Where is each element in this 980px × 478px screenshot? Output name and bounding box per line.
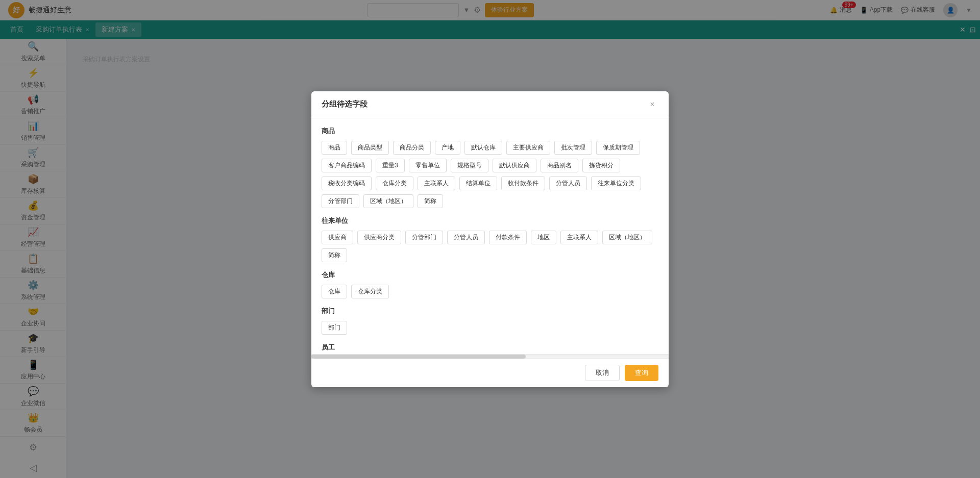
- modal-horizontal-scrollbar[interactable]: [311, 354, 669, 358]
- field-tag-dept[interactable]: 分管部门: [322, 194, 359, 208]
- field-tags-department: 部门: [322, 321, 658, 335]
- field-group-department: 部门 部门: [322, 307, 658, 335]
- field-tag-area[interactable]: 地区: [531, 231, 556, 244]
- field-tag-spec-model[interactable]: 规格型号: [451, 159, 488, 172]
- field-tag-partner-category[interactable]: 往来单位分类: [591, 177, 641, 190]
- field-tag-batch-mgmt[interactable]: 批次管理: [554, 141, 592, 155]
- field-tag-settlement-unit[interactable]: 结算单位: [459, 177, 497, 190]
- field-group-warehouse-title: 仓库: [322, 270, 658, 280]
- field-tags-goods: 商品 商品类型 商品分类 产地 默认仓库 主要供应商 批次管理 保质期管理 客户…: [322, 141, 658, 208]
- field-tag-region[interactable]: 区域（地区）: [363, 194, 413, 208]
- field-group-goods-title: 商品: [322, 127, 658, 136]
- field-group-partners-title: 往来单位: [322, 216, 658, 225]
- field-tag-weight[interactable]: 重量3: [376, 159, 405, 172]
- modal-title: 分组待选字段: [322, 99, 368, 109]
- field-tags-warehouse: 仓库 仓库分类: [322, 285, 658, 298]
- field-tag-default-supplier[interactable]: 默认供应商: [493, 159, 536, 172]
- field-tag-goods-alias[interactable]: 商品别名: [541, 159, 578, 172]
- field-tag-payment-terms[interactable]: 收付款条件: [501, 177, 545, 190]
- field-tag-warehouse-cat[interactable]: 仓库分类: [351, 285, 389, 298]
- field-tag-department[interactable]: 部门: [322, 321, 347, 335]
- field-tag-goods-type[interactable]: 商品类型: [351, 141, 389, 155]
- field-group-partners: 往来单位 供应商 供应商分类 分管部门 分管人员 付款条件 地区 主联系人 区域…: [322, 216, 658, 262]
- field-tag-main-contact[interactable]: 主联系人: [418, 177, 455, 190]
- cancel-btn[interactable]: 取消: [585, 365, 620, 381]
- field-tag-supplier[interactable]: 供应商: [322, 231, 353, 244]
- field-tag-partner-contact[interactable]: 主联系人: [560, 231, 598, 244]
- field-tag-manager[interactable]: 分管人员: [549, 177, 587, 190]
- field-tag-tax-code[interactable]: 税收分类编码: [322, 177, 372, 190]
- field-tag-goods-item[interactable]: 商品: [322, 141, 347, 155]
- modal-scroll-thumb: [311, 355, 526, 359]
- field-tag-partner-dept[interactable]: 分管部门: [405, 231, 443, 244]
- field-tag-customer-code[interactable]: 客户商品编码: [322, 159, 372, 172]
- field-tag-partner-manager[interactable]: 分管人员: [447, 231, 485, 244]
- field-tag-warehouse-category[interactable]: 仓库分类: [376, 177, 413, 190]
- field-tag-expiry-mgmt[interactable]: 保质期管理: [596, 141, 640, 155]
- modal-footer: 取消 查询: [311, 358, 669, 387]
- field-tag-pick-points[interactable]: 拣货积分: [582, 159, 620, 172]
- field-group-employee: 员工 业务员: [322, 343, 658, 354]
- field-tags-partners: 供应商 供应商分类 分管部门 分管人员 付款条件 地区 主联系人 区域（地区） …: [322, 231, 658, 262]
- confirm-btn[interactable]: 查询: [625, 365, 658, 381]
- field-group-department-title: 部门: [322, 307, 658, 316]
- field-tag-goods-origin[interactable]: 产地: [435, 141, 460, 155]
- field-tag-goods-category[interactable]: 商品分类: [393, 141, 431, 155]
- field-tag-retail-unit[interactable]: 零售单位: [409, 159, 447, 172]
- field-tag-warehouse[interactable]: 仓库: [322, 285, 347, 298]
- field-tag-partner-short[interactable]: 简称: [322, 248, 347, 262]
- field-group-warehouse: 仓库 仓库 仓库分类: [322, 270, 658, 298]
- field-group-goods: 商品 商品 商品类型 商品分类 产地 默认仓库 主要供应商 批次管理 保质期管理…: [322, 127, 658, 208]
- field-tag-main-supplier[interactable]: 主要供应商: [506, 141, 550, 155]
- field-group-employee-title: 员工: [322, 343, 658, 352]
- modal-body: 商品 商品 商品类型 商品分类 产地 默认仓库 主要供应商 批次管理 保质期管理…: [311, 118, 669, 354]
- field-tag-payment-condition[interactable]: 付款条件: [489, 231, 527, 244]
- field-tag-default-warehouse[interactable]: 默认仓库: [464, 141, 502, 155]
- field-tag-short-name[interactable]: 简称: [418, 194, 443, 208]
- modal-header: 分组待选字段 ×: [311, 91, 669, 118]
- field-select-modal: 分组待选字段 × 商品 商品 商品类型 商品分类 产地 默认仓库 主要供应商 批…: [311, 91, 669, 387]
- modal-overlay: 分组待选字段 × 商品 商品 商品类型 商品分类 产地 默认仓库 主要供应商 批…: [0, 0, 980, 478]
- field-tag-supplier-category[interactable]: 供应商分类: [357, 231, 401, 244]
- field-tag-partner-region[interactable]: 区域（地区）: [602, 231, 652, 244]
- modal-close-btn[interactable]: ×: [646, 98, 658, 111]
